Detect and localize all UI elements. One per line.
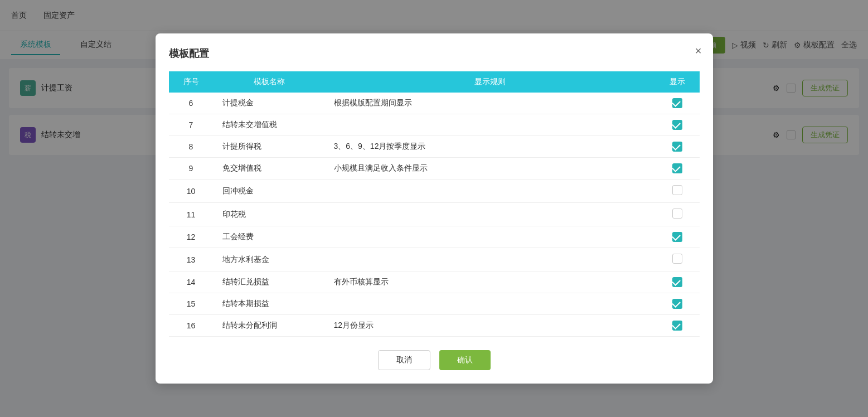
col-header-rule: 显示规则 [325,71,655,93]
col-header-name: 模板名称 [214,71,325,93]
row-name-15: 结转本期损益 [214,293,325,315]
row-id-15: 15 [169,293,214,315]
checkbox-unchecked-10[interactable] [672,185,682,195]
row-id-11: 11 [169,203,214,226]
row-rule-14: 有外币核算显示 [325,271,655,293]
row-id-16: 16 [169,315,214,337]
row-name-12: 工会经费 [214,226,325,248]
row-id-12: 12 [169,226,214,248]
row-id-6: 6 [169,93,214,114]
row-rule-6: 根据模版配置期间显示 [325,93,655,114]
row-id-10: 10 [169,180,214,203]
row-check-11 [655,203,700,226]
checkbox-checked-8[interactable] [672,142,682,152]
checkbox-checked-16[interactable] [672,321,682,331]
row-name-11: 印花税 [214,203,325,226]
modal-title: 模板配置 [169,47,700,60]
checkbox-checked-6[interactable] [672,98,682,108]
row-check-16 [655,315,700,337]
row-name-14: 结转汇兑损益 [214,271,325,293]
checkbox-checked-12[interactable] [672,232,682,242]
modal-close-button[interactable]: × [695,45,702,57]
row-check-10 [655,180,700,203]
row-id-14: 14 [169,271,214,293]
row-name-6: 计提税金 [214,93,325,114]
table-row: 16结转未分配利润12月份显示 [169,315,700,337]
col-header-display: 显示 [655,71,700,93]
checkbox-checked-9[interactable] [672,163,682,173]
row-check-14 [655,271,700,293]
table-row: 11印花税 [169,203,700,226]
modal-template-config: 模板配置 × 序号 模板名称 显示规则 显示 6计提税金根据模版配置期间显示7结… [156,33,713,384]
row-check-9 [655,158,700,180]
row-name-7: 结转未交增值税 [214,114,325,136]
row-rule-16: 12月份显示 [325,315,655,337]
cancel-button[interactable]: 取消 [378,350,430,370]
checkbox-checked-7[interactable] [672,120,682,130]
row-check-6 [655,93,700,114]
table-row: 14结转汇兑损益有外币核算显示 [169,271,700,293]
row-check-12 [655,226,700,248]
row-rule-8: 3、6、9、12月按季度显示 [325,136,655,158]
table-header-row: 序号 模板名称 显示规则 显示 [169,71,700,93]
confirm-button[interactable]: 确认 [439,350,491,370]
table-row: 15结转本期损益 [169,293,700,315]
row-rule-11 [325,203,655,226]
row-rule-9: 小规模且满足收入条件显示 [325,158,655,180]
checkbox-checked-14[interactable] [672,277,682,287]
row-rule-7 [325,114,655,136]
table-row: 10回冲税金 [169,180,700,203]
row-rule-12 [325,226,655,248]
row-name-13: 地方水利基金 [214,248,325,271]
row-rule-15 [325,293,655,315]
table-row: 9免交增值税小规模且满足收入条件显示 [169,158,700,180]
row-name-10: 回冲税金 [214,180,325,203]
modal-overlay: 模板配置 × 序号 模板名称 显示规则 显示 6计提税金根据模版配置期间显示7结… [0,0,868,417]
row-id-7: 7 [169,114,214,136]
row-name-16: 结转未分配利润 [214,315,325,337]
checkbox-unchecked-11[interactable] [672,208,682,219]
table-row: 7结转未交增值税 [169,114,700,136]
row-check-8 [655,136,700,158]
row-id-8: 8 [169,136,214,158]
table-wrapper: 序号 模板名称 显示规则 显示 6计提税金根据模版配置期间显示7结转未交增值税8… [169,71,700,350]
row-id-13: 13 [169,248,214,271]
table-row: 6计提税金根据模版配置期间显示 [169,93,700,114]
row-rule-13 [325,248,655,271]
row-name-8: 计提所得税 [214,136,325,158]
table-row: 8计提所得税3、6、9、12月按季度显示 [169,136,700,158]
config-table: 序号 模板名称 显示规则 显示 6计提税金根据模版配置期间显示7结转未交增值税8… [169,71,700,337]
modal-footer: 取消 确认 [169,350,700,370]
checkbox-checked-15[interactable] [672,299,682,309]
col-header-id: 序号 [169,71,214,93]
row-check-13 [655,248,700,271]
row-check-7 [655,114,700,136]
row-name-9: 免交增值税 [214,158,325,180]
row-rule-10 [325,180,655,203]
row-id-9: 9 [169,158,214,180]
row-check-15 [655,293,700,315]
table-body: 6计提税金根据模版配置期间显示7结转未交增值税8计提所得税3、6、9、12月按季… [169,93,700,337]
table-row: 13地方水利基金 [169,248,700,271]
table-row: 12工会经费 [169,226,700,248]
checkbox-unchecked-13[interactable] [672,254,682,264]
